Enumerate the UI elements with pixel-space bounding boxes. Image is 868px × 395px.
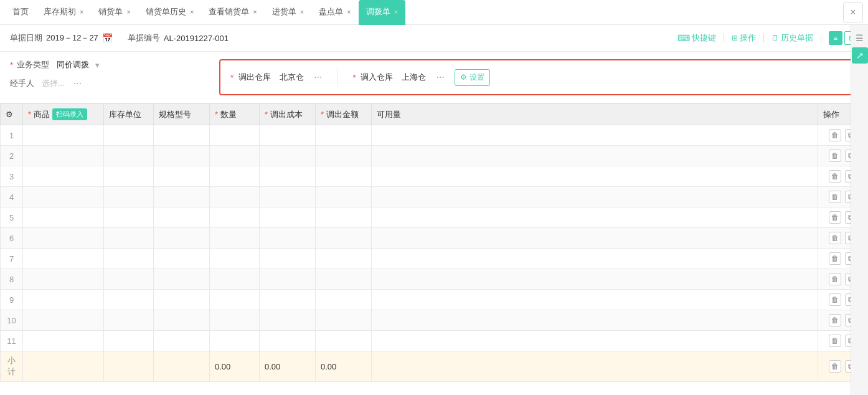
cell-amount[interactable] [316, 187, 372, 207]
cell-spec[interactable] [154, 125, 210, 146]
cell-cost[interactable] [260, 331, 316, 351]
tab-purchase[interactable]: 进货单 × [265, 0, 311, 25]
warehouse-out-more[interactable]: ··· [314, 72, 322, 82]
tab-opening[interactable]: 库存期初 × [36, 0, 91, 25]
operate-button[interactable]: ⊞ 操作 [732, 32, 756, 44]
delete-row-button[interactable]: 🗑 [829, 129, 841, 141]
cell-spec[interactable] [154, 331, 210, 351]
cell-avail[interactable] [372, 290, 818, 310]
tab-view-sales-close[interactable]: × [253, 8, 257, 16]
cell-avail[interactable] [372, 228, 818, 249]
cell-unit[interactable] [104, 290, 154, 310]
cell-amount[interactable] [316, 125, 372, 146]
cell-unit[interactable] [104, 331, 154, 351]
delete-row-button[interactable]: 🗑 [829, 273, 841, 285]
history-button[interactable]: 🗒 历史单据 [771, 32, 813, 44]
agent-more-icon[interactable]: ··· [73, 79, 82, 88]
cell-avail[interactable] [372, 146, 818, 166]
cell-amount[interactable] [316, 269, 372, 290]
warehouse-in-more[interactable]: ··· [436, 72, 444, 82]
settings-table-icon[interactable]: ⚙ [6, 110, 13, 119]
cell-spec[interactable] [154, 269, 210, 290]
cell-product[interactable] [23, 290, 104, 310]
cell-amount[interactable] [316, 146, 372, 166]
cell-avail[interactable] [372, 331, 818, 351]
cell-amount[interactable] [316, 228, 372, 249]
tab-transfer[interactable]: 调拨单 × [359, 0, 405, 25]
cell-amount[interactable] [316, 310, 372, 331]
cell-product[interactable] [23, 166, 104, 187]
cell-amount[interactable] [316, 331, 372, 351]
window-close-button[interactable]: × [843, 2, 863, 22]
tab-purchase-close[interactable]: × [300, 8, 304, 16]
cell-spec[interactable] [154, 187, 210, 207]
cell-unit[interactable] [104, 125, 154, 146]
tab-inventory[interactable]: 盘点单 × [311, 0, 358, 25]
tab-sales-history-close[interactable]: × [190, 8, 194, 16]
cell-avail[interactable] [372, 269, 818, 290]
delete-row-button[interactable]: 🗑 [829, 191, 841, 203]
cell-qty[interactable] [210, 125, 260, 146]
tab-sales[interactable]: 销货单 × [91, 0, 138, 25]
cell-cost[interactable] [260, 125, 316, 146]
tab-transfer-close[interactable]: × [394, 8, 398, 16]
cell-qty[interactable] [210, 207, 260, 228]
tab-home[interactable]: 首页 [5, 0, 36, 25]
scan-button[interactable]: 扫码录入 [52, 108, 87, 120]
cell-unit[interactable] [104, 310, 154, 331]
cell-product[interactable] [23, 310, 104, 331]
cell-cost[interactable] [260, 146, 316, 166]
cell-unit[interactable] [104, 249, 154, 269]
cell-product[interactable] [23, 331, 104, 351]
delete-row-button[interactable]: 🗑 [829, 293, 841, 306]
delete-row-button[interactable]: 🗑 [829, 170, 841, 183]
tab-view-sales[interactable]: 查看销货单 × [201, 0, 264, 25]
cell-cost[interactable] [260, 290, 316, 310]
cell-qty[interactable] [210, 310, 260, 331]
cell-spec[interactable] [154, 166, 210, 187]
cell-unit[interactable] [104, 166, 154, 187]
cell-qty[interactable] [210, 290, 260, 310]
cell-unit[interactable] [104, 207, 154, 228]
cell-spec[interactable] [154, 228, 210, 249]
cell-spec[interactable] [154, 310, 210, 331]
cell-spec[interactable] [154, 290, 210, 310]
cell-product[interactable] [23, 269, 104, 290]
cell-qty[interactable] [210, 249, 260, 269]
tab-sales-history[interactable]: 销货单历史 × [138, 0, 201, 25]
cell-unit[interactable] [104, 228, 154, 249]
cell-avail[interactable] [372, 207, 818, 228]
delete-row-button[interactable]: 🗑 [829, 335, 841, 347]
sidebar-list-icon[interactable]: ☰ [852, 30, 868, 46]
cell-cost[interactable] [260, 166, 316, 187]
cell-avail[interactable] [372, 166, 818, 187]
cell-avail[interactable] [372, 125, 818, 146]
cell-product[interactable] [23, 228, 104, 249]
cell-qty[interactable] [210, 166, 260, 187]
delete-row-button[interactable]: 🗑 [829, 232, 841, 244]
biz-type-dropdown-icon[interactable]: ▾ [95, 60, 100, 70]
cell-avail[interactable] [372, 187, 818, 207]
cell-amount[interactable] [316, 290, 372, 310]
tab-opening-close[interactable]: × [80, 8, 83, 16]
cell-unit[interactable] [104, 146, 154, 166]
cell-amount[interactable] [316, 249, 372, 269]
cell-unit[interactable] [104, 269, 154, 290]
cell-amount[interactable] [316, 166, 372, 187]
delete-row-button[interactable]: 🗑 [829, 150, 841, 162]
calendar-icon[interactable]: 📅 [102, 33, 113, 43]
cell-product[interactable] [23, 125, 104, 146]
settings-button[interactable]: ⚙ 设置 [455, 69, 490, 86]
cell-cost[interactable] [260, 228, 316, 249]
cell-product[interactable] [23, 187, 104, 207]
sidebar-export-icon[interactable]: ↗ [852, 47, 868, 64]
shortcut-button[interactable]: ⌨ 快捷键 [677, 32, 716, 44]
cell-cost[interactable] [260, 310, 316, 331]
cell-spec[interactable] [154, 207, 210, 228]
delete-row-button[interactable]: 🗑 [829, 314, 841, 326]
agent-select[interactable]: 选择... [42, 78, 65, 89]
cell-avail[interactable] [372, 310, 818, 331]
tab-sales-close[interactable]: × [126, 8, 130, 16]
cell-qty[interactable] [210, 187, 260, 207]
cell-product[interactable] [23, 249, 104, 269]
